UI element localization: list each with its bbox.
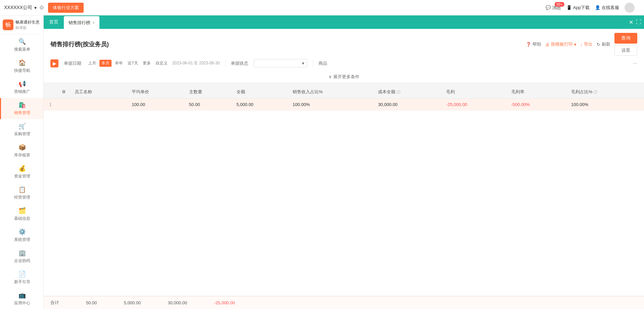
refresh-icon: ↻ <box>597 42 600 47</box>
print-button[interactable]: 🖨 按模板打印 ▾ <box>545 41 576 47</box>
footer-cost: 30,000.00 <box>168 300 187 305</box>
cell-sales-pct: 100.00% <box>289 98 374 110</box>
help-button[interactable]: ❓ 帮助 <box>526 41 541 47</box>
export-button[interactable]: ↓ 导出 <box>581 41 593 47</box>
company-selector[interactable]: XXXXXX公司 ▾ <box>4 5 37 11</box>
status-chevron-icon: ▾ <box>302 61 304 66</box>
footer-amount: 5,000.00 <box>124 300 141 305</box>
tab-sales-ranking[interactable]: 销售排行榜 × <box>64 16 99 30</box>
filter-area: ▶ 单据日期 上月 本月 本年 近7天 更多 自定义 2023-06-01 至 … <box>50 59 637 71</box>
chevron-down-icon: ▾ <box>34 5 37 10</box>
message-button[interactable]: 💬 消息 99+ <box>546 5 561 11</box>
sidebar-logo: 畅 畅康通好生意 标准版 <box>0 15 43 35</box>
tab-label: 销售排行榜 <box>69 20 90 26</box>
col-sales-pct: 销售收入占比% <box>289 86 374 99</box>
tab-close-icon[interactable]: × <box>92 20 95 25</box>
grosspct-info-icon[interactable]: ⓘ <box>594 90 597 94</box>
cell-rank: 1 <box>44 98 57 110</box>
expand-more-button[interactable]: ∨ 展开更多条件 <box>329 74 359 80</box>
goods-input[interactable] <box>333 61 400 66</box>
sidebar-item-10[interactable]: 🏢企业协同 <box>0 246 43 267</box>
service-label: 在线客服 <box>602 5 619 11</box>
tab-bar: 首页 销售排行榜 × ✕ ⛶ <box>44 15 644 29</box>
date-year-btn[interactable]: 本年 <box>114 60 124 67</box>
filter-divider2 <box>313 60 313 67</box>
date-prev-btn[interactable]: 上月 <box>87 60 97 67</box>
page-title-row: 销售排行榜(按业务员) ❓ 帮助 🖨 按模板打印 ▾ ↓ <box>50 33 637 59</box>
date-recent-btn[interactable]: 近7天 <box>126 60 139 67</box>
sidebar-item-3[interactable]: 🛍️销售管理 <box>0 98 43 119</box>
expand-icon: ∨ <box>329 74 332 79</box>
sidebar-item-9[interactable]: ⚙️系统管理 <box>0 225 43 246</box>
cell-gross-rate: -500.00% <box>507 98 567 110</box>
date-current-btn[interactable]: 本月 <box>99 60 112 67</box>
sidebar-item-5[interactable]: 📦库存核算 <box>0 140 43 161</box>
company-name: XXXXXX公司 <box>4 5 32 11</box>
app-icon: 📱 <box>566 5 572 10</box>
sidebar-item-2[interactable]: 📢营销推广 <box>0 77 43 98</box>
query-button[interactable]: 查询 <box>614 33 637 44</box>
sidebar: 畅 畅康通好生意 标准版 🔍搜索菜单🏠快捷导航📢营销推广🛍️销售管理🛒采购管理📦… <box>0 15 44 309</box>
refresh-button[interactable]: ↻ 刷新 <box>597 41 610 47</box>
close-window-icon[interactable]: ✕ <box>629 19 633 25</box>
page-actions: ❓ 帮助 🖨 按模板打印 ▾ ↓ 导出 ↻ <box>526 33 638 56</box>
date-filter-label: 单据日期 <box>64 60 81 66</box>
print-icon: 🖨 <box>545 42 550 47</box>
page-header: 销售排行榜(按业务员) ❓ 帮助 🖨 按模板打印 ▾ ↓ <box>44 29 644 71</box>
cell-avg-price: 100.00 <box>128 98 185 110</box>
tab-home[interactable]: 首页 <box>44 15 64 29</box>
status-select[interactable]: ▾ <box>254 59 307 67</box>
sidebar-item-12[interactable]: 📺应用中心 <box>0 288 43 309</box>
data-table: ⚙ 员工名称 平均单价 主数量 全额 销售收入占比% 成本全额 ⓘ 毛利 毛利率… <box>44 86 644 111</box>
settings-button[interactable]: 设置 <box>614 45 637 56</box>
filter-divider <box>225 60 225 67</box>
online-service-button[interactable]: 👤 在线客服 <box>595 5 619 11</box>
sidebar-item-11[interactable]: 📄新手引导 <box>0 267 43 288</box>
message-icon: 💬 <box>546 5 551 10</box>
sidebar-item-7[interactable]: 📋经营管理 <box>0 183 43 204</box>
cell-name <box>71 98 128 110</box>
message-badge: 99+ <box>555 2 564 7</box>
filter-expand-button[interactable]: ▶ <box>50 59 58 67</box>
sidebar-item-0[interactable]: 🔍搜索菜单 <box>0 35 43 56</box>
table-header: ⚙ 员工名称 平均单价 主数量 全额 销售收入占比% 成本全额 ⓘ 毛利 毛利率… <box>44 86 644 99</box>
cell-gross: -25,000.00 <box>442 98 507 110</box>
sidebar-item-6[interactable]: 💰资金管理 <box>0 161 43 183</box>
cell-settings <box>57 98 71 110</box>
col-rank <box>44 86 57 99</box>
date-filter: 上月 本月 本年 近7天 更多 自定义 2023-06-01 至 2023-06… <box>87 60 220 67</box>
cell-cost: 30,000.00 <box>374 98 442 110</box>
app-label: App下载 <box>573 5 590 11</box>
help-icon: ❓ <box>526 42 531 47</box>
avatar[interactable] <box>625 3 635 13</box>
settings-icon[interactable]: ⚙ <box>39 4 44 11</box>
more-filters-dots[interactable]: ··· <box>633 60 637 66</box>
col-settings: ⚙ <box>57 86 71 99</box>
expand-more-row: ∨ 展开更多条件 <box>44 71 644 83</box>
col-gross-pct: 毛利占比% ⓘ <box>567 86 644 99</box>
footer-gross: -25,000.00 <box>214 300 235 305</box>
footer-main-qty: 50.00 <box>86 300 97 305</box>
logo-text: 畅康通好生意 标准版 <box>15 20 40 30</box>
cell-gross-pct: 100.00% <box>567 98 644 110</box>
try-industry-button[interactable]: 体验行业方案 <box>48 3 84 13</box>
date-custom-btn[interactable]: 自定义 <box>154 60 169 67</box>
maximize-icon[interactable]: ⛶ <box>636 19 641 25</box>
table-footer: 合计 50.00 5,000.00 30,000.00 -25,000.00 <box>44 296 644 309</box>
sidebar-item-1[interactable]: 🏠快捷导航 <box>0 56 43 77</box>
col-gross-rate: 毛利率 <box>507 86 567 99</box>
col-gross: 毛利 <box>442 86 507 99</box>
goods-label: 商品 <box>318 60 327 66</box>
cell-main-qty: 50.00 <box>185 98 232 110</box>
tab-bar-right: ✕ ⛶ <box>629 19 644 25</box>
app-download-button[interactable]: 📱 App下载 <box>566 5 590 11</box>
date-more-btn[interactable]: 更多 <box>141 60 152 67</box>
col-avg-price: 平均单价 <box>128 86 185 99</box>
col-amount: 全额 <box>232 86 289 99</box>
page-title: 销售排行榜(按业务员) <box>50 40 109 48</box>
cell-amount: 5,000.00 <box>232 98 289 110</box>
sidebar-item-8[interactable]: 🗂️基础信息 <box>0 204 43 225</box>
sidebar-item-4[interactable]: 🛒采购管理 <box>0 119 43 140</box>
service-icon: 👤 <box>595 5 600 10</box>
cost-info-icon[interactable]: ⓘ <box>397 90 400 94</box>
